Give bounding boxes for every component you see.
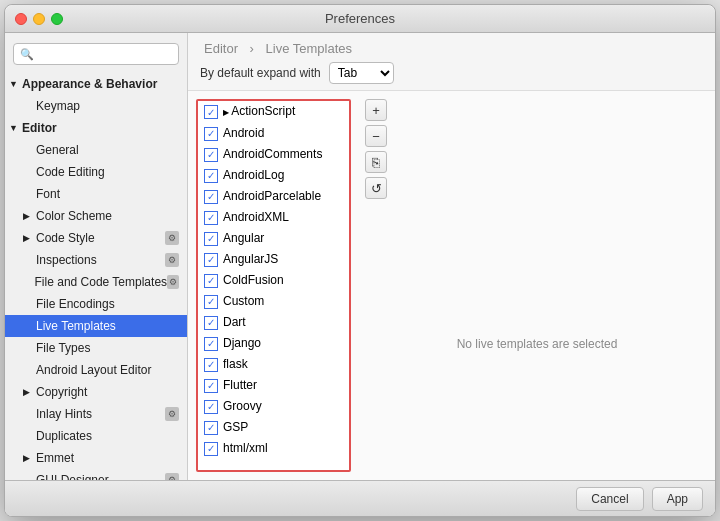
badge-icon: ⚙ — [165, 231, 179, 245]
template-item-htmlxml[interactable]: ✓ html/xml — [198, 438, 349, 459]
apply-button[interactable]: App — [652, 487, 703, 511]
checkbox[interactable]: ✓ — [204, 232, 218, 246]
checkbox[interactable]: ✓ — [204, 274, 218, 288]
expand-with-label: By default expand with — [200, 66, 321, 80]
minimize-button[interactable] — [33, 13, 45, 25]
checkbox[interactable]: ✓ — [204, 169, 218, 183]
bottom-bar: Cancel App — [5, 480, 715, 516]
sidebar-item-color-scheme[interactable]: ▶ Color Scheme — [5, 205, 187, 227]
template-item-angular[interactable]: ✓ Angular — [198, 228, 349, 249]
main-panel: Editor › Live Templates By default expan… — [188, 33, 715, 480]
checkbox[interactable]: ✓ — [204, 442, 218, 456]
sidebar-item-code-style[interactable]: ▶ Code Style ⚙ — [5, 227, 187, 249]
sidebar-item-appearance[interactable]: ▼ Appearance & Behavior — [5, 73, 187, 95]
checkbox[interactable]: ✓ — [204, 337, 218, 351]
expand-icon: ▶ — [23, 229, 33, 247]
sidebar-item-android-layout[interactable]: Android Layout Editor — [5, 359, 187, 381]
sidebar-item-file-and-code[interactable]: File and Code Templates ⚙ — [5, 271, 187, 293]
expand-with-select[interactable]: Tab Enter Space — [329, 62, 394, 84]
badge-icon: ⚙ — [167, 275, 179, 289]
template-item-androidxml[interactable]: ✓ AndroidXML — [198, 207, 349, 228]
main-header: Editor › Live Templates By default expan… — [188, 33, 715, 91]
search-box — [5, 39, 187, 69]
badge-icon: ⚙ — [165, 407, 179, 421]
badge-icon: ⚙ — [165, 253, 179, 267]
expand-icon: ▼ — [9, 75, 19, 93]
sidebar-item-code-editing[interactable]: Code Editing — [5, 161, 187, 183]
main-body: ✓ ActionScript ✓ Android ✓ AndroidCommen… — [188, 91, 715, 480]
template-item-androidcomments[interactable]: ✓ AndroidComments — [198, 144, 349, 165]
expand-icon: ▶ — [23, 207, 33, 225]
toolbar-row: By default expand with Tab Enter Space — [200, 62, 703, 84]
remove-button[interactable]: − — [365, 125, 387, 147]
sidebar-item-live-templates[interactable]: Live Templates — [5, 315, 187, 337]
sidebar-item-font[interactable]: Font — [5, 183, 187, 205]
sidebar-item-duplicates[interactable]: Duplicates — [5, 425, 187, 447]
sidebar-item-file-encodings[interactable]: File Encodings — [5, 293, 187, 315]
maximize-button[interactable] — [51, 13, 63, 25]
sidebar-item-general[interactable]: General — [5, 139, 187, 161]
sidebar-item-inspections[interactable]: Inspections ⚙ — [5, 249, 187, 271]
checkbox[interactable]: ✓ — [204, 295, 218, 309]
copy-button[interactable]: ⎘ — [365, 151, 387, 173]
add-button[interactable]: + — [365, 99, 387, 121]
template-item-androidlog[interactable]: ✓ AndroidLog — [198, 165, 349, 186]
checkbox[interactable]: ✓ — [204, 379, 218, 393]
template-item-dart[interactable]: ✓ Dart — [198, 312, 349, 333]
sidebar-item-gui-designer[interactable]: GUI Designer ⚙ — [5, 469, 187, 480]
reset-button[interactable]: ↺ — [365, 177, 387, 199]
window-title: Preferences — [325, 11, 395, 26]
checkbox[interactable]: ✓ — [204, 127, 218, 141]
sidebar-item-copyright[interactable]: ▶ Copyright — [5, 381, 187, 403]
right-section: + − ⎘ ↺ No live templates are selected — [359, 91, 715, 480]
template-item-coldfusion[interactable]: ✓ ColdFusion — [198, 270, 349, 291]
close-button[interactable] — [15, 13, 27, 25]
sidebar-item-file-types[interactable]: File Types — [5, 337, 187, 359]
expand-icon: ▼ — [9, 119, 19, 137]
template-item-actionscript[interactable]: ✓ ActionScript — [198, 101, 349, 123]
sidebar-item-keymap[interactable]: Keymap — [5, 95, 187, 117]
template-item-androidparcelable[interactable]: ✓ AndroidParcelable — [198, 186, 349, 207]
sidebar-item-inlay-hints[interactable]: Inlay Hints ⚙ — [5, 403, 187, 425]
checkbox[interactable]: ✓ — [204, 316, 218, 330]
checkbox[interactable]: ✓ — [204, 211, 218, 225]
template-item-groovy[interactable]: ✓ Groovy — [198, 396, 349, 417]
titlebar: Preferences — [5, 5, 715, 33]
checkbox[interactable]: ✓ — [204, 400, 218, 414]
search-input[interactable] — [13, 43, 179, 65]
cancel-button[interactable]: Cancel — [576, 487, 643, 511]
template-item-gsp[interactable]: ✓ GSP — [198, 417, 349, 438]
template-item-flask[interactable]: ✓ flask — [198, 354, 349, 375]
template-item-angularjs[interactable]: ✓ AngularJS — [198, 249, 349, 270]
templates-list: ✓ ActionScript ✓ Android ✓ AndroidCommen… — [196, 99, 351, 472]
checkbox[interactable]: ✓ — [204, 148, 218, 162]
sidebar: ▼ Appearance & Behavior Keymap ▼ Editor … — [5, 33, 188, 480]
sidebar-item-editor[interactable]: ▼ Editor — [5, 117, 187, 139]
breadcrumb: Editor › Live Templates — [200, 41, 703, 56]
checkbox[interactable]: ✓ — [204, 421, 218, 435]
sidebar-item-emmet[interactable]: ▶ Emmet — [5, 447, 187, 469]
checkbox[interactable]: ✓ — [204, 190, 218, 204]
checkbox[interactable]: ✓ — [204, 253, 218, 267]
badge-icon: ⚙ — [165, 473, 179, 480]
template-item-flutter[interactable]: ✓ Flutter — [198, 375, 349, 396]
checkbox[interactable]: ✓ — [204, 105, 218, 119]
checkbox[interactable]: ✓ — [204, 358, 218, 372]
expand-icon: ▶ — [23, 383, 33, 401]
traffic-lights — [15, 13, 63, 25]
no-selection-message: No live templates are selected — [359, 207, 715, 480]
expand-icon: ▶ — [23, 449, 33, 467]
preferences-window: Preferences ▼ Appearance & Behavior Keym… — [4, 4, 716, 517]
template-item-django[interactable]: ✓ Django — [198, 333, 349, 354]
action-buttons: + − ⎘ ↺ — [359, 91, 715, 207]
main-content: ▼ Appearance & Behavior Keymap ▼ Editor … — [5, 33, 715, 480]
template-item-custom[interactable]: ✓ Custom — [198, 291, 349, 312]
template-item-android[interactable]: ✓ Android — [198, 123, 349, 144]
